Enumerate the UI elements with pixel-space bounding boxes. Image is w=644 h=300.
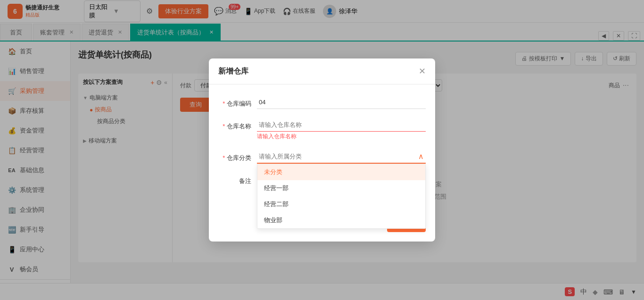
new-warehouse-modal: 新增仓库 ✕ 仓库编码 仓库名称 请输入仓库名称 仓库分类 — [209, 58, 435, 242]
dropdown-option-dept1[interactable]: 经营一部 — [257, 180, 425, 196]
modal-close-button[interactable]: ✕ — [419, 66, 426, 76]
category-input[interactable] — [257, 150, 416, 163]
category-dropdown-arrow[interactable]: ∧ — [416, 152, 426, 161]
dropdown-option-unclassified[interactable]: 未分类 — [257, 164, 425, 180]
code-label: 仓库编码 — [218, 96, 251, 108]
name-error-message: 请输入仓库名称 — [257, 133, 426, 141]
category-label: 仓库分类 — [218, 150, 251, 162]
dropdown-option-dept2[interactable]: 经营二部 — [257, 196, 425, 212]
category-input-row: ∧ — [257, 150, 426, 164]
remark-label: 备注 — [218, 173, 251, 185]
modal-header: 新增仓库 ✕ — [209, 58, 435, 84]
dropdown-option-dept3[interactable]: 物业部 — [257, 212, 425, 228]
category-dropdown-wrap: ∧ 未分类 经营一部 经营二部 物业部 — [257, 150, 426, 164]
form-row-name: 仓库名称 请输入仓库名称 — [218, 118, 426, 141]
modal-body: 仓库编码 仓库名称 请输入仓库名称 仓库分类 — [209, 84, 435, 210]
warehouse-code-input[interactable] — [257, 96, 426, 109]
warehouse-name-input[interactable] — [257, 118, 426, 132]
name-label: 仓库名称 — [218, 118, 251, 131]
modal-overlay: 新增仓库 ✕ 仓库编码 仓库名称 请输入仓库名称 仓库分类 — [0, 0, 644, 300]
form-row-code: 仓库编码 — [218, 96, 426, 109]
code-field-wrap — [257, 96, 426, 109]
category-dropdown-list: 未分类 经营一部 经营二部 物业部 — [257, 164, 426, 229]
category-field-wrap: ∧ 未分类 经营一部 经营二部 物业部 — [257, 150, 426, 164]
modal-title: 新增仓库 — [218, 67, 248, 76]
form-row-category: 仓库分类 ∧ 未分类 经营一部 经营二部 物业部 — [218, 150, 426, 164]
name-field-wrap: 请输入仓库名称 — [257, 118, 426, 141]
